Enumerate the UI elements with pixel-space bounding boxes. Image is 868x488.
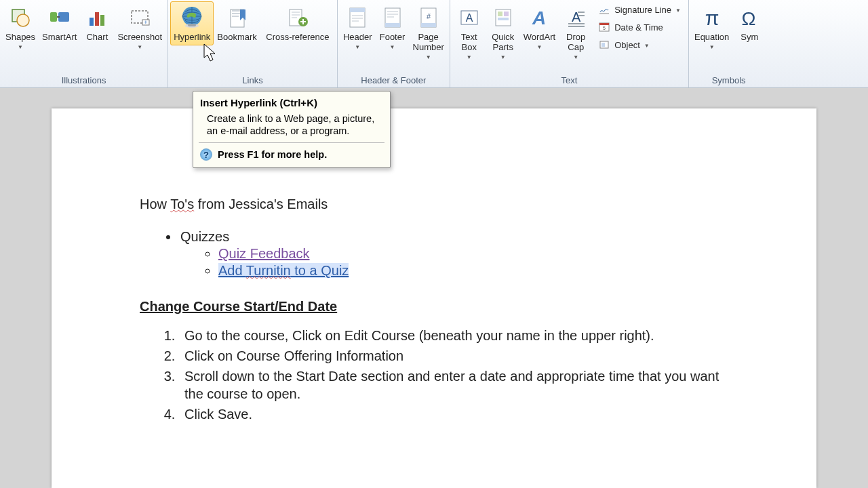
- group-header-footer: Header ▼ Footer ▼ # Page Number ▼ Header…: [338, 0, 450, 87]
- hyperlink-button[interactable]: Hyperlink: [170, 1, 214, 45]
- add-turnitin-link[interactable]: Add Turnitin to a Quiz: [218, 263, 349, 278]
- section-heading: Change Course Start/End Date: [140, 299, 728, 314]
- hyperlink-label: Hyperlink: [174, 33, 210, 43]
- dropcap-icon: A: [562, 4, 589, 31]
- chart-label: Chart: [86, 33, 108, 43]
- page[interactable]: How To's from Jessica's Emails Quizzes Q…: [52, 108, 816, 488]
- ribbon: Shapes ▼ SmartArt Chart + Screenshot: [0, 0, 868, 88]
- hyperlink-tooltip: Insert Hyperlink (Ctrl+K) Create a link …: [193, 91, 391, 168]
- datetime-icon: 5: [598, 21, 610, 33]
- shapes-label: Shapes: [5, 33, 35, 43]
- bookmark-label: Bookmark: [217, 33, 257, 43]
- steps-list: Go to the course, Click on Edit Course (…: [140, 327, 728, 423]
- svg-rect-28: [504, 12, 509, 16]
- spellcheck-squiggle: Turnitin: [246, 263, 291, 278]
- list-item: Scroll down to the Start Date section an…: [179, 367, 728, 403]
- svg-rect-23: [421, 23, 436, 27]
- wordart-icon: A: [526, 4, 553, 31]
- signature-label: Signature Line: [614, 5, 671, 15]
- dropcap-label: Drop Cap: [566, 33, 585, 53]
- signature-line-button[interactable]: Signature Line ▼: [597, 3, 682, 16]
- shapes-button[interactable]: Shapes ▼: [2, 1, 39, 53]
- svg-rect-3: [58, 12, 69, 22]
- list-item: Click on Course Offering Information: [179, 347, 728, 365]
- quizzes-label: Quizzes: [180, 229, 229, 244]
- dropdown-arrow-icon: ▼: [137, 44, 142, 50]
- group-symbols: π Equation ▼ Ω Sym Symbols: [689, 0, 768, 87]
- chart-button[interactable]: Chart: [80, 1, 114, 45]
- quickparts-label: Quick Parts: [492, 33, 514, 53]
- quiz-feedback-link[interactable]: Quiz Feedback: [218, 246, 310, 261]
- group-text: A Text Box ▼ Quick Parts ▼ A WordArt ▼: [450, 0, 689, 87]
- list-item: Quizzes Quiz Feedback Add Turnitin to a …: [179, 229, 728, 279]
- svg-text:5: 5: [603, 26, 606, 30]
- crossreference-button[interactable]: Cross-reference: [260, 1, 335, 45]
- bookmark-button[interactable]: Bookmark: [214, 1, 260, 45]
- screenshot-icon: +: [126, 4, 153, 31]
- tooltip-body: Create a link to a Web page, a picture, …: [200, 113, 383, 137]
- smartart-button[interactable]: SmartArt: [39, 1, 80, 45]
- wordart-label: WordArt: [524, 33, 555, 43]
- list-item: Click Save.: [179, 405, 728, 423]
- datetime-label: Date & Time: [614, 22, 663, 33]
- hyperlink-icon: [178, 4, 205, 31]
- header-button[interactable]: Header ▼: [340, 1, 376, 53]
- screenshot-button[interactable]: + Screenshot ▼: [114, 1, 165, 53]
- tooltip-help-text: Press F1 for more help.: [218, 149, 327, 160]
- shapes-icon: [7, 4, 34, 31]
- list-item: Add Turnitin to a Quiz: [218, 263, 728, 279]
- symbol-button[interactable]: Ω Sym: [732, 1, 766, 45]
- equation-icon: π: [698, 4, 726, 31]
- pagenumber-icon: #: [415, 4, 442, 31]
- svg-text:A: A: [465, 12, 473, 24]
- smartart-label: SmartArt: [42, 33, 77, 43]
- dropdown-arrow-icon: ▼: [537, 44, 542, 50]
- footer-button[interactable]: Footer ▼: [376, 1, 410, 53]
- dropdown-arrow-icon: ▼: [644, 43, 650, 49]
- bookmark-icon: [224, 4, 251, 31]
- svg-text:#: #: [427, 12, 431, 20]
- group-label: Illustrations: [2, 73, 165, 87]
- svg-text:+: +: [144, 19, 148, 26]
- symbol-label: Sym: [741, 33, 758, 43]
- dropdown-arrow-icon: ▼: [390, 44, 395, 50]
- svg-text:π: π: [705, 7, 719, 29]
- svg-text:A: A: [532, 7, 546, 28]
- screenshot-label: Screenshot: [117, 33, 162, 43]
- object-icon: [598, 39, 610, 51]
- object-label: Object: [614, 40, 640, 50]
- textbox-button[interactable]: A Text Box ▼: [452, 1, 486, 63]
- dropdown-arrow-icon: ▼: [573, 54, 578, 60]
- header-icon: [344, 4, 371, 31]
- svg-rect-18: [350, 8, 365, 12]
- object-button[interactable]: Object ▼: [597, 38, 682, 52]
- dropcap-button[interactable]: A Drop Cap ▼: [559, 1, 593, 63]
- crossreference-icon: [284, 4, 311, 31]
- wordart-button[interactable]: A WordArt ▼: [520, 1, 559, 53]
- dropdown-arrow-icon: ▼: [18, 44, 23, 50]
- svg-rect-29: [498, 18, 509, 20]
- equation-button[interactable]: π Equation ▼: [691, 1, 732, 53]
- dropdown-arrow-icon: ▼: [355, 44, 360, 50]
- svg-rect-27: [498, 12, 502, 16]
- signature-icon: [598, 3, 610, 16]
- svg-rect-6: [100, 15, 104, 26]
- svg-rect-20: [385, 23, 400, 27]
- quickparts-button[interactable]: Quick Parts ▼: [486, 1, 520, 63]
- pagenumber-button[interactable]: # Page Number ▼: [410, 1, 448, 63]
- spellcheck-squiggle: To's: [170, 197, 194, 211]
- pagenumber-label: Page Number: [413, 33, 444, 53]
- quickparts-icon: [490, 4, 517, 31]
- crossreference-label: Cross-reference: [266, 33, 329, 43]
- svg-rect-36: [601, 43, 605, 47]
- datetime-button[interactable]: 5 Date & Time: [597, 20, 682, 34]
- equation-label: Equation: [694, 33, 729, 43]
- svg-rect-4: [90, 18, 94, 26]
- list-item: Go to the course, Click on Edit Course (…: [179, 327, 728, 344]
- dropdown-arrow-icon: ▼: [500, 54, 506, 60]
- doc-title: How To's from Jessica's Emails: [140, 197, 728, 212]
- group-illustrations: Shapes ▼ SmartArt Chart + Screenshot: [0, 0, 168, 87]
- tooltip-title: Insert Hyperlink (Ctrl+K): [200, 97, 383, 108]
- dropdown-arrow-icon: ▼: [426, 54, 431, 60]
- svg-rect-33: [599, 23, 609, 25]
